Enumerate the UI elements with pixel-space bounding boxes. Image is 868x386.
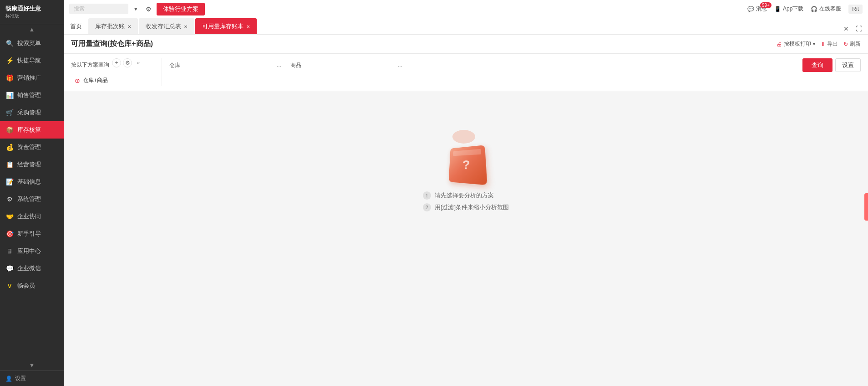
scheme-item-warehouse-product[interactable]: ⊕ 仓库+商品 <box>71 75 157 86</box>
tab-label: 库存批次账 <box>95 22 125 31</box>
empty-hints: 1 请先选择要分析的方案 2 用[过滤]条件来缩小分析范围 <box>423 191 509 211</box>
sidebar-item-label: 新手引导 <box>17 230 41 238</box>
tabs-right-controls: ✕ ⛶ <box>837 23 868 34</box>
sidebar-item-label: 搜索菜单 <box>17 39 41 47</box>
tab-expand-button[interactable]: ⛶ <box>853 23 864 34</box>
sidebar-item-quicknav[interactable]: ⚡ 快捷导航 <box>0 52 64 69</box>
hint-text-2: 用[过滤]条件来缩小分析范围 <box>435 203 509 211</box>
hint-num-1: 1 <box>423 191 431 200</box>
topbar-right: 💬 消息 99+ 📱 App下载 🎧 在线客服 Rit <box>747 5 863 14</box>
scheme-actions: + ⚙ « <box>112 58 143 67</box>
query-button[interactable]: 查询 <box>802 58 832 72</box>
message-button[interactable]: 💬 消息 99+ <box>747 5 767 13</box>
sidebar-item-guide[interactable]: 🎯 新手引导 <box>0 225 64 242</box>
refresh-icon: ↻ <box>843 41 848 47</box>
empty-illustration <box>439 128 493 182</box>
scheme-item-label: 仓库+商品 <box>83 77 108 84</box>
close-icon[interactable]: ✕ <box>184 24 188 29</box>
sidebar-item-appcenter[interactable]: 🖥 应用中心 <box>0 242 64 260</box>
sidebar-nav: 🔍 搜索菜单 ⚡ 快捷导航 🎁 营销推广 📊 销售管理 🛒 采购管理 📦 库存核… <box>0 35 64 360</box>
hint-item-1: 1 请先选择要分析的方案 <box>423 191 509 200</box>
filter-scheme-label: 按以下方案查询 + ⚙ « <box>71 58 157 71</box>
collapse-panel-button[interactable]: « <box>134 58 143 67</box>
topbar-dropdown-icon[interactable]: ▾ <box>131 5 140 14</box>
sidebar-scroll-down[interactable]: ▼ <box>0 360 64 371</box>
sidebar-item-marketing[interactable]: 🎁 营销推广 <box>0 69 64 87</box>
sidebar-item-inventory[interactable]: 📦 库存核算 <box>0 121 64 139</box>
sidebar-item-finance[interactable]: 💰 资金管理 <box>0 139 64 156</box>
topbar-search: 搜索 <box>69 4 128 14</box>
hint-num-2: 2 <box>423 203 431 211</box>
hint-item-2: 2 用[过滤]条件来缩小分析范围 <box>423 203 509 211</box>
user-avatar-icon: 👤 <box>5 376 12 382</box>
app-download-label: App下载 <box>783 5 803 13</box>
sales-icon: 📊 <box>5 92 14 99</box>
tab-available-qty[interactable]: 可用量库存账本 ✕ <box>195 18 257 34</box>
close-icon[interactable]: ✕ <box>127 24 131 29</box>
sidebar-user[interactable]: 👤 设置 <box>0 371 64 386</box>
settings-scheme-button[interactable]: ⚙ <box>123 58 132 67</box>
sidebar-item-wxwork[interactable]: 💬 企业微信 <box>0 260 64 277</box>
sidebar-item-system[interactable]: ⚙ 系统管理 <box>0 190 64 208</box>
sidebar-item-label: 基础信息 <box>17 178 41 186</box>
product-input[interactable] <box>304 61 395 70</box>
sidebar-item-label: 资金管理 <box>17 143 41 151</box>
purchase-icon: 🛒 <box>5 109 14 116</box>
topbar-left: 搜索 ▾ ⚙ 体验行业方案 <box>69 3 744 15</box>
export-button[interactable]: ⬆ 导出 <box>821 40 838 48</box>
tab-close-button[interactable]: ✕ <box>841 23 852 34</box>
sidebar-item-label: 企业协同 <box>17 212 41 221</box>
sidebar-item-label: 经营管理 <box>17 160 41 169</box>
sidebar-item-label: 快捷导航 <box>17 57 41 65</box>
tab-inventory-batch[interactable]: 库存批次账 ✕ <box>88 18 138 34</box>
close-icon[interactable]: ✕ <box>246 24 250 29</box>
tab-home[interactable]: 首页 <box>64 19 88 34</box>
sidebar-item-operations[interactable]: 📋 经营管理 <box>0 156 64 173</box>
collab-icon: 🤝 <box>5 213 14 220</box>
empty-box-shape <box>448 145 487 185</box>
product-field-label: 商品 <box>290 62 301 69</box>
add-scheme-button[interactable]: + <box>112 58 121 67</box>
print-icon: 🖨 <box>777 41 782 47</box>
finance-icon: 💰 <box>5 144 14 151</box>
sidebar-item-search[interactable]: 🔍 搜索菜单 <box>0 35 64 52</box>
sidebar-item-label: 采购管理 <box>17 108 41 117</box>
sidebar-item-basicinfo[interactable]: 📝 基础信息 <box>0 173 64 190</box>
export-icon: ⬆ <box>821 41 825 47</box>
user-name-label: Rit <box>852 6 859 12</box>
filter-fields-panel: 仓库 ... 商品 ... 查询 设置 <box>162 58 861 72</box>
app-download-button[interactable]: 📱 App下载 <box>774 5 803 13</box>
sidebar-item-member[interactable]: V 畅会员 <box>0 277 64 294</box>
print-dropdown-icon[interactable]: ▾ <box>813 41 815 46</box>
right-scroll-indicator[interactable] <box>864 193 868 221</box>
sidebar-item-purchase[interactable]: 🛒 采购管理 <box>0 104 64 121</box>
empty-state: 1 请先选择要分析的方案 2 用[过滤]条件来缩小分析范围 <box>64 91 868 248</box>
online-service-button[interactable]: 🎧 在线客服 <box>811 5 841 13</box>
sidebar-item-collab[interactable]: 🤝 企业协同 <box>0 208 64 225</box>
sidebar-scroll-up[interactable]: ▲ <box>0 24 64 35</box>
refresh-button[interactable]: ↻ 刷新 <box>843 40 861 48</box>
print-button[interactable]: 🖨 按模板打印 ▾ <box>777 40 815 48</box>
topbar-gear-icon[interactable]: ⚙ <box>143 4 154 15</box>
sidebar-header: 畅康通好生意 标准版 <box>0 0 64 24</box>
tab-receipts-summary[interactable]: 收发存汇总表 ✕ <box>139 18 194 34</box>
filter-settings-button[interactable]: 设置 <box>835 58 861 72</box>
search-icon: 🔍 <box>5 40 14 47</box>
trial-button[interactable]: 体验行业方案 <box>157 3 205 15</box>
warehouse-more-button[interactable]: ... <box>277 62 281 68</box>
product-more-button[interactable]: ... <box>398 62 402 68</box>
inventory-icon: 📦 <box>5 126 14 134</box>
service-icon: 🎧 <box>811 6 817 12</box>
filter-area: 按以下方案查询 + ⚙ « ⊕ 仓库+商品 仓库 ... <box>64 54 868 91</box>
user-profile-button[interactable]: Rit <box>848 5 863 14</box>
sidebar-item-sales[interactable]: 📊 销售管理 <box>0 87 64 104</box>
app-name: 畅康通好生意 <box>5 5 58 13</box>
appcenter-icon: 🖥 <box>5 247 14 255</box>
quicknav-icon: ⚡ <box>5 57 14 64</box>
sidebar-item-label: 营销推广 <box>17 74 41 82</box>
filter-schemes-panel: 按以下方案查询 + ⚙ « ⊕ 仓库+商品 <box>71 58 162 86</box>
scheme-icon: ⊕ <box>75 77 80 84</box>
page-title: 可用量查询(按仓库+商品) <box>71 39 153 49</box>
warehouse-input[interactable] <box>183 61 274 70</box>
search-placeholder: 搜索 <box>74 5 85 12</box>
